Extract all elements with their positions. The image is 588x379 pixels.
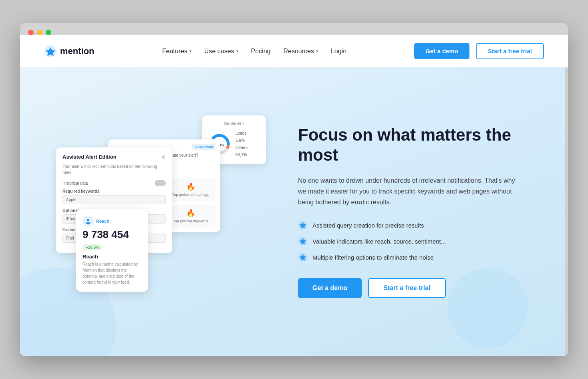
reach-top-label: Reach — [96, 219, 109, 224]
nav-actions: Get a demo Start a free trial — [414, 43, 544, 59]
reach-desc: Reach is a metric calculated by Mention … — [83, 261, 142, 285]
dashboard-cell-2[interactable]: 🔥 Top preferred hashtags — [166, 178, 215, 202]
cell2-label: Top preferred hashtags — [170, 193, 211, 198]
reach-card: Reach 9 738 454 +16,5% Reach Reach is a … — [76, 209, 148, 292]
close-button[interactable] — [28, 30, 34, 35]
feature-2-text: Valuable indicators like reach, source, … — [312, 238, 446, 245]
reach-title: Reach — [83, 254, 142, 260]
logo[interactable]: mention — [44, 45, 95, 58]
dashboard-cell-4[interactable]: 🔥 Top positive keywords — [166, 205, 215, 228]
mockup-container: Sentiment 41,3% Leads 5,6% — [52, 115, 282, 300]
hashtag-icon: 🔥 — [170, 182, 211, 191]
historical-label: Historical data — [62, 181, 88, 185]
feature-list: Assisted query creation for precise resu… — [298, 220, 528, 262]
alert-title: Assisted Alert Edition — [62, 154, 117, 160]
required-keywords-group: Required keywords — [62, 189, 166, 204]
chevron-down-icon: ▾ — [236, 49, 238, 53]
star-icon-1 — [298, 220, 308, 230]
stat2-value: 53,1% — [236, 151, 248, 159]
bg-decoration-2 — [448, 268, 528, 348]
nav-use-cases[interactable]: Use cases ▾ — [204, 48, 238, 55]
get-demo-button[interactable]: Get a demo — [414, 43, 469, 59]
donut-stats: Leads 5,6% Others 53,1% — [236, 130, 248, 159]
star-icon-3 — [298, 252, 308, 262]
required-input[interactable] — [62, 195, 166, 204]
start-trial-button[interactable]: Start a free trial — [476, 43, 544, 59]
nav-login[interactable]: Login — [331, 48, 346, 55]
star-icon-2 — [298, 236, 308, 246]
chevron-down-icon: ▾ — [189, 49, 191, 53]
browser-chrome — [20, 23, 568, 35]
nav-pricing[interactable]: Pricing — [251, 48, 271, 55]
cell4-label: Top positive keywords — [170, 219, 211, 224]
svg-point-14 — [87, 219, 89, 221]
required-label: Required keywords — [62, 189, 166, 194]
historical-toggle-row: Historical data — [62, 180, 166, 186]
reach-avatar — [83, 216, 94, 227]
toggle-switch[interactable] — [155, 180, 166, 186]
browser-content: mention Features ▾ Use cases ▾ Pricing R… — [20, 35, 568, 356]
feature-item-3: Multiple filtering options to eliminate … — [298, 252, 528, 262]
scrollbar[interactable] — [565, 67, 568, 356]
hero-description: No one wants to drown under hundreds of … — [298, 175, 522, 208]
stat2-label: Others — [236, 144, 248, 151]
stat1-value: 5,6% — [236, 137, 248, 144]
reach-badge: +16,5% — [83, 244, 103, 250]
nav-resources[interactable]: Resources ▾ — [283, 48, 318, 55]
feature-item-2: Valuable indicators like reach, source, … — [298, 236, 528, 246]
ai-badge: AI assistant — [192, 144, 215, 150]
alert-subtitle: Your alert will collect mentions based o… — [62, 163, 166, 175]
browser-window: mention Features ▾ Use cases ▾ Pricing R… — [20, 23, 568, 356]
maximize-button[interactable] — [46, 30, 51, 35]
nav-links: Features ▾ Use cases ▾ Pricing Resources… — [162, 48, 346, 55]
hero-title: Focus on what matters the most — [298, 125, 528, 165]
feature-3-text: Multiple filtering options to eliminate … — [312, 254, 434, 261]
logo-text: mention — [60, 46, 95, 56]
minimize-button[interactable] — [37, 30, 42, 35]
hero-get-demo-button[interactable]: Get a demo — [298, 278, 362, 298]
hero-section: Sentiment 41,3% Leads 5,6% — [20, 67, 568, 356]
sentiment-title: Sentiment — [207, 121, 260, 126]
svg-point-15 — [86, 222, 90, 224]
feature-1-text: Assisted query creation for precise resu… — [312, 222, 424, 229]
feature-item-1: Assisted query creation for precise resu… — [298, 220, 528, 230]
close-icon[interactable]: ✕ — [161, 154, 166, 160]
logo-icon — [44, 45, 57, 58]
hero-start-trial-button[interactable]: Start a free trial — [368, 278, 445, 298]
stat1-label: Leads — [236, 130, 248, 137]
keywords-icon: 🔥 — [170, 209, 211, 218]
alert-card-header: Assisted Alert Edition ✕ — [62, 154, 166, 160]
reach-number: 9 738 454 — [83, 228, 142, 241]
chevron-down-icon: ▾ — [316, 49, 318, 53]
nav-features[interactable]: Features ▾ — [162, 48, 191, 55]
traffic-lights — [28, 30, 51, 35]
navbar: mention Features ▾ Use cases ▾ Pricing R… — [20, 35, 568, 67]
hero-mockups: Sentiment 41,3% Leads 5,6% — [52, 115, 282, 308]
reach-icon-row: Reach — [83, 216, 142, 227]
